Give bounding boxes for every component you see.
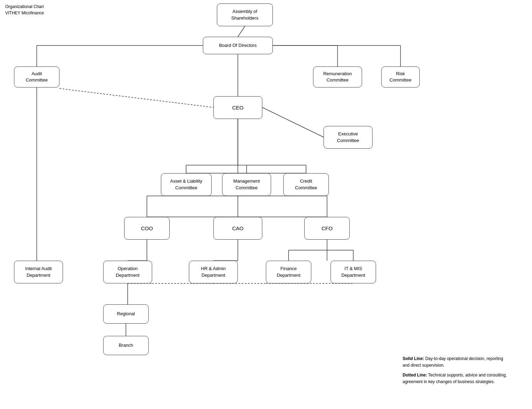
it-mis-node: IT & MISDepartment (331, 261, 376, 283)
assembly-node: Assembly ofShareholders (217, 3, 273, 26)
management-node: ManagementCommittee (222, 173, 271, 196)
executive-node: ExecutiveCommittee (324, 126, 373, 149)
ceo-node: CEO (213, 96, 262, 119)
chart-subtitle: VITHEY Micofinance (5, 10, 44, 16)
hr-admin-node: HR & AdminDepartment (189, 261, 238, 283)
audit-committee-node: AuditCommittee (14, 66, 59, 87)
cao-node: CAO (213, 217, 262, 240)
internal-audit-node: Internal AuditDepartment (14, 261, 63, 283)
board-node: Board Of Directors (203, 37, 273, 54)
cfo-node: CFO (304, 217, 350, 240)
operation-node: OperationDepartment (103, 261, 152, 283)
remuneration-node: RemunerationCommittee (313, 66, 362, 87)
asset-liability-node: Asset & LiabilityCommittee (161, 173, 212, 196)
regional-node: Regional (103, 304, 149, 324)
legend: Solid Line: Day-to-day operational decis… (403, 355, 511, 388)
chart-title: Organizational Chart (5, 3, 44, 10)
credit-node: CreditCommittee (283, 173, 329, 196)
solid-line-label: Solid Line: (403, 356, 424, 361)
coo-node: COO (124, 217, 170, 240)
branch-node: Branch (103, 336, 149, 355)
finance-node: FinanceDepartment (266, 261, 311, 283)
header-label: Organizational Chart VITHEY Micofinance (5, 3, 44, 16)
dotted-line-label: Dotted Line: (403, 373, 427, 378)
risk-node: RiskCommittee (381, 66, 420, 87)
